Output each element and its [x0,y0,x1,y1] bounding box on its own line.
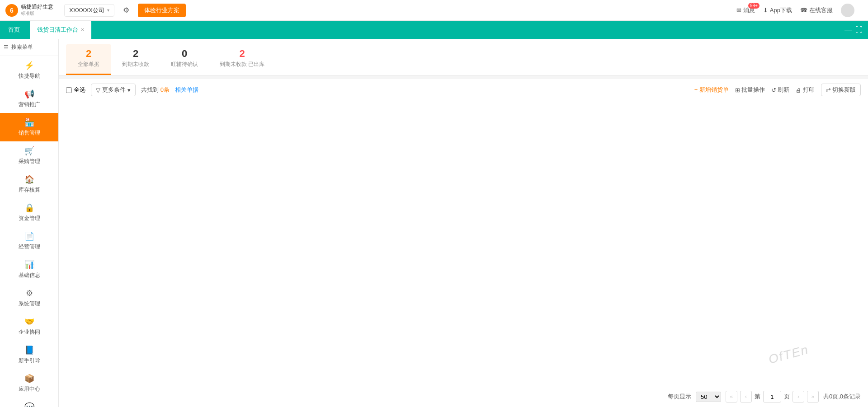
tab-active[interactable]: 钱货日清工作台 × [30,21,91,39]
stat-number-all: 2 [86,48,91,60]
tab-bar-right: — ⛶ [844,26,868,34]
stat-tab-out[interactable]: 2 到期未收款 已出库 [209,44,275,75]
filter-icon: ▽ [96,87,100,94]
batch-label: 批量操作 [741,86,765,94]
sidebar-item-wechat[interactable]: 💬 企业微信 [0,398,58,407]
sidebar-item-inventory[interactable]: 🏠 库存核算 [0,170,58,198]
stat-number-pending: 0 [182,48,187,60]
search-menu-item[interactable]: ☰ 搜索菜单 [0,39,58,56]
switch-icon: ⇄ [826,87,831,94]
stat-number-overdue: 2 [133,48,138,60]
sales-icon: 🏪 [24,117,34,127]
found-text: 共找到 0条 [141,86,170,94]
related-link[interactable]: 相关单据 [175,86,198,94]
stat-tab-all[interactable]: 2 全部单据 [66,44,111,75]
service-icon: ☎ [800,7,807,14]
toolbar: 全选 ▽ 更多条件 ▾ 共找到 0条 相关单据 + 新增销货单 ⊞ 批量操作 ↺ [59,79,868,101]
main-layout: ☰ 搜索菜单 ⚡ 快捷导航 📢 营销推广 🏪 销售管理 🛒 采购管理 🏠 库存核… [0,39,868,407]
settings-button[interactable]: ⚙ [119,3,133,18]
page-size-select[interactable]: 50 100 200 [696,392,721,402]
sidebar-label-quick-nav: 快捷导航 [19,72,40,80]
last-page-button[interactable]: » [807,391,819,402]
online-service-button[interactable]: ☎ 在线客服 [800,6,833,14]
sidebar-item-app-center[interactable]: 📦 应用中心 [0,369,58,398]
batch-operation-button[interactable]: ⊞ 批量操作 [735,86,765,94]
app-download-label: App下载 [770,6,792,14]
prev-page-button[interactable]: ‹ [740,391,752,402]
page-size-label: 每页显示 [668,393,691,401]
stat-tab-pending[interactable]: 0 旺辅待确认 [160,44,209,75]
trial-button[interactable]: 体验行业方案 [138,4,186,17]
sidebar-label-purchase: 采购管理 [19,158,40,165]
sidebar-item-finance[interactable]: 🔒 资金管理 [0,198,58,227]
guide-icon: 📘 [24,345,34,355]
found-prefix: 共找到 [141,86,159,93]
page-prefix: 第 [755,393,760,401]
sidebar-label-system: 系统管理 [19,300,40,308]
page-nav: « ‹ 第 页 › » [726,391,819,402]
filter-button[interactable]: ▽ 更多条件 ▾ [91,84,136,96]
avatar[interactable] [841,4,854,17]
next-page-button[interactable]: › [793,391,804,402]
print-icon: 🖨 [796,87,802,94]
sidebar-item-sales[interactable]: 🏪 销售管理 [0,113,58,141]
stat-label-overdue: 到期未收款 [122,61,149,68]
page-input[interactable] [763,391,781,402]
total-info: 共0页,0条记录 [823,393,861,401]
print-button[interactable]: 🖨 打印 [796,86,815,94]
sidebar-label-basic-info: 基础信息 [19,271,40,279]
stats-tabs: 2 全部单据 2 到期未收款 0 旺辅待确认 2 到期未收款 已出库 [59,39,868,75]
page-suffix: 页 [784,393,790,401]
sidebar-label-marketing: 营销推广 [19,101,40,108]
app-center-icon: 📦 [24,374,34,384]
active-tab-label: 钱货日清工作台 [37,26,78,34]
tab-close-button[interactable]: × [81,27,84,33]
print-label: 打印 [803,86,815,94]
quick-nav-icon: ⚡ [24,61,34,70]
search-icon: ☰ [4,44,9,51]
stat-number-out: 2 [240,48,245,60]
switch-version-button[interactable]: ⇄ 切换新版 [821,84,861,96]
app-download-button[interactable]: ⬇ App下载 [763,6,792,14]
refresh-icon: ↺ [771,87,776,94]
sidebar-item-quick-nav[interactable]: ⚡ 快捷导航 [0,56,58,84]
wechat-icon: 💬 [24,402,34,407]
marketing-icon: 📢 [24,89,34,99]
main-content: 2 全部单据 2 到期未收款 0 旺辅待确认 2 到期未收款 已出库 全选 [59,39,868,407]
sidebar-item-basic-info[interactable]: 📊 基础信息 [0,255,58,284]
message-badge: 99+ [748,3,760,9]
logo-area: 6 畅捷通好生意 标准版 [5,4,64,17]
select-all-input[interactable] [66,87,72,93]
select-all-checkbox[interactable]: 全选 [66,86,85,94]
logo-badge: 标准版 [21,10,53,17]
message-button[interactable]: ✉ 消息 99+ [736,6,755,14]
top-header: 6 畅捷通好生意 标准版 XXXXXX公司 ▾ ⚙ 体验行业方案 ✉ 消息 99… [0,0,868,21]
refresh-button[interactable]: ↺ 刷新 [771,86,789,94]
company-selector[interactable]: XXXXXX公司 ▾ [64,4,114,17]
maximize-icon[interactable]: ⛶ [855,26,863,34]
sidebar-label-inventory: 库存核算 [19,186,40,194]
minimize-icon[interactable]: — [844,26,852,34]
sidebar-item-system[interactable]: ⚙ 系统管理 [0,284,58,312]
table-area [59,101,868,386]
sidebar-label-sales: 销售管理 [19,129,40,137]
download-icon: ⬇ [763,7,768,14]
logo-icon: 6 [5,4,18,17]
batch-icon: ⊞ [735,87,740,94]
sidebar-label-cooperation: 企业协同 [19,328,40,336]
purchase-icon: 🛒 [24,146,34,156]
add-sales-order-button[interactable]: + 新增销货单 [694,86,729,94]
refresh-label: 刷新 [778,86,789,94]
first-page-button[interactable]: « [726,391,737,402]
sidebar-label-guide: 新手引导 [19,357,40,365]
sidebar-item-marketing[interactable]: 📢 营销推广 [0,84,58,113]
sidebar-item-operations[interactable]: 📄 经营管理 [0,227,58,255]
cooperation-icon: 🤝 [24,317,34,327]
stat-tab-overdue[interactable]: 2 到期未收款 [111,44,160,75]
chevron-down-icon: ▾ [107,8,109,13]
sidebar-item-purchase[interactable]: 🛒 采购管理 [0,141,58,170]
logo-text: 畅捷通好生意 [21,4,53,11]
tab-home[interactable]: 首页 [0,21,28,39]
sidebar-item-cooperation[interactable]: 🤝 企业协同 [0,312,58,341]
sidebar-item-guide[interactable]: 📘 新手引导 [0,341,58,369]
